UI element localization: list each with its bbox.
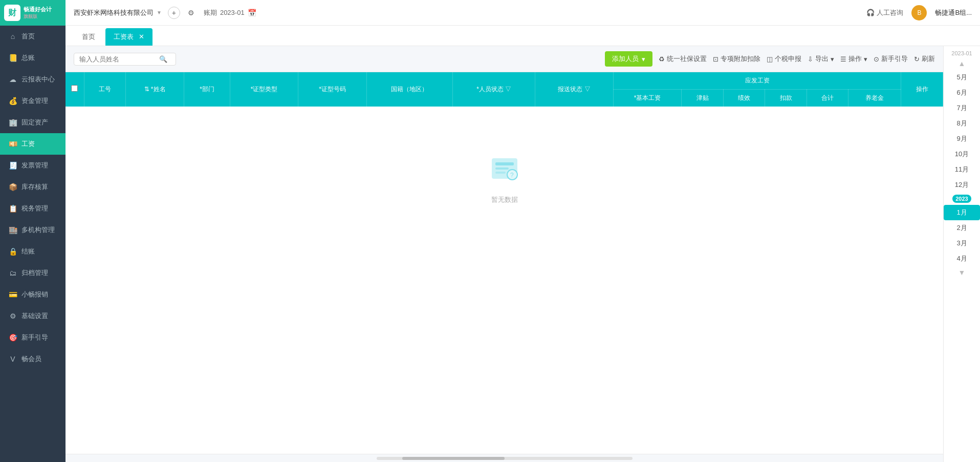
col-pension: 养老金 — [848, 90, 901, 107]
refresh-label: 刷新 — [922, 54, 935, 64]
date-month-8[interactable]: 8月 — [944, 116, 980, 131]
date-month-6[interactable]: 6月 — [944, 85, 980, 100]
date-month-1[interactable]: 1月 — [944, 205, 980, 220]
sidebar-item-vip[interactable]: V畅会员 — [0, 348, 66, 370]
guide-button[interactable]: ⊙ 新手引导 — [874, 54, 908, 64]
col-report-status[interactable]: 报送状态 ▽ — [535, 72, 614, 107]
svg-rect-2 — [495, 167, 509, 170]
toolbar-right: 添加人员 ▾ ♻ 统一社保设置 ⊡ 专项附加扣除 ◫ 个税申报 — [605, 51, 935, 67]
select-all-checkbox[interactable] — [71, 85, 78, 92]
human-service-button[interactable]: 🎧 人工咨询 — [866, 8, 903, 17]
date-scroll-up-icon[interactable]: ▲ — [956, 57, 968, 70]
operations-label: 操作 — [848, 54, 862, 64]
sidebar-logo: 财 畅通好会计 旗舰版 — [0, 0, 66, 26]
date-month-7[interactable]: 7月 — [944, 100, 980, 116]
add-company-button[interactable]: + — [168, 7, 180, 19]
sidebar-icon-fund: 💰 — [8, 97, 17, 105]
sidebar-label-inventory: 库存核算 — [21, 182, 48, 192]
date-month-2[interactable]: 2月 — [944, 220, 980, 236]
col-department: *部门 — [184, 72, 230, 107]
sidebar-item-multi-org[interactable]: 🏬多机构管理 — [0, 219, 66, 241]
date-panel: 2023-01 ▲ 5月 6月 7月 8月 9月 10月 11月 12月 202… — [943, 46, 980, 462]
company-selector[interactable]: 西安虾米网络科技有限公司 ▼ — [74, 8, 162, 17]
sidebar-label-settings: 基础设置 — [21, 311, 48, 321]
sidebar-item-home[interactable]: ⌂首页 — [0, 26, 66, 47]
sidebar-item-guide[interactable]: 🎯新手引导 — [0, 327, 66, 348]
special-deduction-label: 专项附加扣除 — [721, 54, 760, 64]
sidebar-item-cloud-report[interactable]: ☁云报表中心 — [0, 69, 66, 90]
sidebar-item-settings[interactable]: ⚙基础设置 — [0, 305, 66, 327]
svg-rect-3 — [495, 172, 506, 174]
guide-label: 新手引导 — [881, 54, 908, 64]
operations-chevron-icon: ▾ — [864, 55, 867, 63]
search-input-wrap[interactable]: 🔍 — [74, 53, 176, 66]
sidebar-item-archive[interactable]: 🗂归档管理 — [0, 262, 66, 284]
sidebar-item-tax[interactable]: 📋税务管理 — [0, 198, 66, 219]
scrollbar-thumb[interactable] — [402, 457, 505, 460]
toolbar: 🔍 添加人员 ▾ ♻ 统一社保设置 ⊡ 专项附加扣除 — [66, 46, 943, 72]
tab-payroll-label: 工资表 — [114, 33, 134, 40]
sidebar-nav: ⌂首页📒总账☁云报表中心💰资金管理🏢固定资产💴工资🧾发票管理📦库存核算📋税务管理… — [0, 26, 66, 462]
sidebar-icon-tax: 📋 — [8, 204, 17, 213]
sidebar-item-fixed-assets[interactable]: 🏢固定资产 — [0, 112, 66, 133]
col-person-status[interactable]: *人员状态 ▽ — [453, 72, 535, 107]
sidebar-label-multi-org: 多机构管理 — [21, 225, 55, 235]
sidebar-icon-fixed-assets: 🏢 — [8, 118, 17, 127]
sidebar-item-close[interactable]: 🔒结账 — [0, 241, 66, 262]
refresh-button[interactable]: ↻ 刷新 — [914, 54, 935, 64]
date-month-3[interactable]: 3月 — [944, 236, 980, 251]
tab-payroll-table[interactable]: 工资表 ✕ — [105, 28, 153, 46]
scrollbar-track[interactable] — [377, 457, 633, 460]
sidebar-label-vip: 畅会员 — [21, 354, 41, 364]
date-panel-year: 2023 — [952, 195, 971, 203]
search-input[interactable] — [79, 55, 156, 63]
operations-button[interactable]: ☰ 操作 ▾ — [840, 54, 867, 64]
export-button[interactable]: ⇩ 导出 ▾ — [808, 54, 834, 64]
col-name[interactable]: ⇅ *姓名 — [125, 72, 184, 107]
export-label: 导出 — [815, 54, 829, 64]
date-month-10[interactable]: 10月 — [944, 146, 980, 162]
col-actions: 操作 — [901, 72, 943, 107]
bottom-scrollbar-area[interactable] — [66, 454, 943, 462]
content-area: 🔍 添加人员 ▾ ♻ 统一社保设置 ⊡ 专项附加扣除 — [66, 46, 980, 462]
sidebar-label-expense: 小畅报销 — [21, 290, 48, 299]
sidebar-label-guide: 新手引导 — [21, 333, 48, 342]
sidebar-item-inventory[interactable]: 📦库存核算 — [0, 176, 66, 198]
data-table: 工号 ⇅ *姓名 *部门 *证型类型 *证型号码 国籍（地区） *人员状态 ▽ … — [66, 72, 943, 107]
sidebar-item-fund[interactable]: 💰资金管理 — [0, 90, 66, 112]
date-month-4[interactable]: 4月 — [944, 251, 980, 266]
add-person-chevron-icon: ▾ — [642, 55, 645, 63]
settings-icon[interactable]: ⚙ — [185, 7, 198, 19]
date-month-11[interactable]: 11月 — [944, 162, 980, 177]
social-security-button[interactable]: ♻ 统一社保设置 — [659, 54, 707, 64]
date-month-12[interactable]: 12月 — [944, 177, 980, 193]
sidebar-icon-cloud-report: ☁ — [8, 75, 17, 83]
sidebar-item-invoice[interactable]: 🧾发票管理 — [0, 155, 66, 176]
add-person-label: 添加人员 — [612, 54, 639, 64]
personal-tax-button[interactable]: ◫ 个税申报 — [767, 54, 801, 64]
sidebar-item-expense[interactable]: 💳小畅报销 — [0, 284, 66, 305]
col-id-number: *证型号码 — [298, 72, 366, 107]
tab-close-icon[interactable]: ✕ — [139, 33, 144, 40]
date-scroll-down-icon[interactable]: ▼ — [956, 266, 968, 279]
company-name: 西安虾米网络科技有限公司 — [74, 8, 154, 17]
sidebar-item-ledger[interactable]: 📒总账 — [0, 47, 66, 69]
sidebar-label-archive: 归档管理 — [21, 268, 48, 278]
add-person-button[interactable]: 添加人员 ▾ — [605, 51, 652, 67]
top-header: 西安虾米网络科技有限公司 ▼ + ⚙ 账期 2023-01 📅 🎧 人工咨询 B… — [66, 0, 980, 26]
tab-home[interactable]: 首页 — [74, 28, 103, 46]
calendar-icon[interactable]: 📅 — [248, 9, 256, 17]
col-employee-id: 工号 — [84, 72, 125, 107]
date-month-9[interactable]: 9月 — [944, 131, 980, 146]
sidebar-item-payroll[interactable]: 💴工资 — [0, 133, 66, 155]
table-checkbox-header[interactable] — [66, 72, 84, 107]
sidebar-icon-close: 🔒 — [8, 247, 17, 256]
date-month-5[interactable]: 5月 — [944, 70, 980, 85]
sidebar-icon-payroll: 💴 — [8, 140, 17, 148]
person-status-filter-icon: ▽ — [505, 86, 511, 93]
main-area: 西安虾米网络科技有限公司 ▼ + ⚙ 账期 2023-01 📅 🎧 人工咨询 B… — [66, 0, 980, 462]
special-deduction-button[interactable]: ⊡ 专项附加扣除 — [713, 54, 760, 64]
headset-icon: 🎧 — [866, 9, 875, 16]
user-avatar: B — [911, 5, 927, 20]
export-icon: ⇩ — [808, 55, 813, 63]
